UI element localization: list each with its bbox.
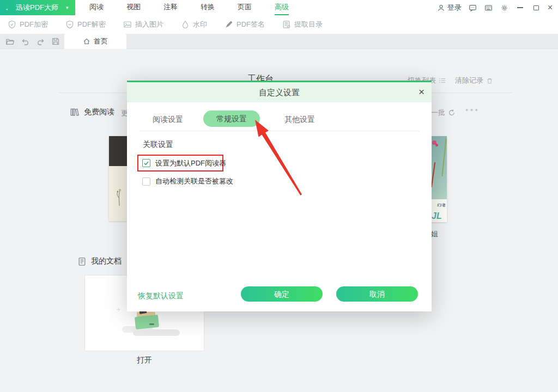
book-author: 幻/著: [437, 203, 446, 208]
clear-records-button[interactable]: 清除记录: [455, 76, 493, 85]
books-icon: [70, 107, 80, 117]
save-icon[interactable]: [51, 37, 60, 46]
option-label: 自动检测关联是否被篡改: [155, 176, 233, 186]
menu-item-convert[interactable]: 转换: [201, 0, 215, 15]
tool-label: PDF加密: [20, 20, 48, 29]
restore-defaults-link[interactable]: 恢复默认设置: [138, 291, 184, 301]
extract-toc-button[interactable]: 提取目录: [282, 20, 323, 29]
ribbon-illustration: [431, 162, 435, 187]
pdf-decrypt-button[interactable]: PDF解密: [65, 20, 106, 29]
menu-bar: 迅读PDF大师 ▾ 阅读 视图 注释 转换 页面 高级 登录: [0, 0, 558, 15]
folder-dash-illustration: [149, 323, 154, 325]
paper-plane-icon: [4, 4, 13, 12]
quick-actions: [5, 34, 60, 49]
my-documents-header: 我的文档: [77, 256, 122, 266]
list-icon: [439, 77, 446, 84]
shield-minus-icon: [65, 20, 74, 29]
droplet-icon: [181, 20, 190, 29]
tab-strip: 首页: [0, 34, 558, 49]
my-documents-title: 我的文档: [91, 256, 122, 266]
menu-item-view[interactable]: 视图: [126, 0, 141, 15]
plant-illustration: [114, 185, 124, 207]
tab-home[interactable]: 首页: [64, 34, 126, 49]
window-controls: 登录 ×: [437, 3, 558, 13]
maximize-button[interactable]: [532, 3, 541, 12]
checkbox-unchecked[interactable]: [142, 177, 150, 186]
book-cover-left-top: [109, 136, 127, 166]
trash-icon: [486, 77, 493, 84]
watermark-button[interactable]: 水印: [181, 20, 207, 29]
option-default-pdf-reader[interactable]: 设置为默认PDF阅读器: [137, 155, 223, 171]
minimize-icon: [517, 7, 523, 8]
document-icon: [77, 257, 87, 266]
tabs-divider: [139, 131, 420, 131]
login-button[interactable]: 登录: [437, 3, 462, 13]
check-icon: [143, 160, 149, 166]
user-icon: [437, 3, 446, 12]
open-folder-icon[interactable]: [5, 37, 15, 46]
menu-item-annotate[interactable]: 注释: [163, 0, 178, 15]
book-caption: 姐: [431, 229, 438, 239]
menu-item-advanced[interactable]: 高级: [275, 0, 289, 15]
main-menu: 阅读 视图 注释 转换 页面 高级: [89, 0, 289, 15]
window-close-button[interactable]: ×: [548, 4, 553, 11]
pdf-sign-button[interactable]: PDF签名: [225, 20, 265, 29]
pen-icon: [225, 20, 233, 29]
chevron-down-icon[interactable]: ▾: [66, 5, 69, 10]
pdf-encrypt-button[interactable]: PDF加密: [8, 20, 48, 29]
book-cover-right[interactable]: 幻/著 JL: [430, 136, 447, 222]
tool-label: PDF解密: [77, 20, 106, 29]
plus-decoration: +: [117, 306, 120, 314]
shield-check-icon: [8, 20, 16, 29]
minimize-button[interactable]: [516, 3, 525, 12]
toc-icon: [282, 20, 291, 29]
tab-reading-settings[interactable]: 阅读设置: [153, 115, 183, 125]
free-reading-header: 免费阅读: [70, 107, 114, 117]
app-logo[interactable]: 迅读PDF大师 ▾: [0, 0, 75, 15]
custom-settings-dialog: 自定义设置 × 阅读设置 常规设置 其他设置 关联设置 设置为默认PDF阅读器 …: [127, 81, 432, 311]
tab-general-settings[interactable]: 常规设置: [203, 111, 260, 127]
open-card-label: 打开: [84, 356, 204, 365]
folder-front-illustration: [135, 315, 159, 329]
book-logo-text: JL: [432, 211, 442, 221]
gear-icon[interactable]: [500, 3, 509, 12]
option-label: 设置为默认PDF阅读器: [155, 158, 226, 168]
tool-label: 提取目录: [294, 20, 323, 29]
app-title: 迅读PDF大师: [16, 3, 58, 13]
image-icon: [123, 20, 132, 29]
refresh-icon: [448, 109, 456, 117]
app-window: 迅读PDF大师 ▾ 阅读 视图 注释 转换 页面 高级 登录: [0, 0, 558, 392]
book-cover-band: 幻/著 JL: [430, 199, 447, 222]
advanced-toolbar: PDF加密 PDF解密 插入图片 水印 PDF签名 提取目录: [0, 15, 558, 34]
dialog-header: 自定义设置: [127, 82, 432, 102]
menu-item-read[interactable]: 阅读: [89, 0, 104, 15]
home-tab-label: 首页: [94, 36, 108, 46]
vine-illustration: [441, 138, 446, 176]
home-icon: [83, 38, 90, 45]
free-reading-title: 免费阅读: [84, 107, 114, 117]
maximize-icon: [533, 5, 539, 10]
checkbox-checked[interactable]: [142, 159, 150, 167]
login-label: 登录: [447, 3, 462, 13]
dialog-close-button[interactable]: ×: [418, 86, 424, 98]
clear-records-label: 清除记录: [455, 76, 483, 85]
book-cover-left[interactable]: [109, 136, 127, 221]
cancel-button[interactable]: 取消: [336, 286, 418, 302]
insert-image-button[interactable]: 插入图片: [123, 20, 163, 29]
option-detect-tamper[interactable]: 自动检测关联是否被篡改: [142, 176, 233, 186]
tool-label: 插入图片: [135, 20, 163, 29]
flower-illustration: [435, 144, 438, 146]
menu-item-page[interactable]: 页面: [238, 0, 252, 15]
dialog-title: 自定义设置: [127, 88, 432, 98]
tab-other-settings[interactable]: 其他设置: [284, 115, 315, 125]
confirm-button[interactable]: 确定: [241, 286, 323, 302]
ellipsis-menu[interactable]: •••: [465, 106, 480, 114]
folder-shadow: [133, 329, 180, 336]
tool-label: 水印: [193, 20, 207, 29]
association-settings-label: 关联设置: [143, 140, 173, 150]
tool-label: PDF签名: [236, 20, 265, 29]
message-icon[interactable]: [469, 3, 477, 12]
redo-icon[interactable]: [36, 37, 45, 46]
feedback-icon[interactable]: [484, 3, 493, 12]
undo-icon[interactable]: [21, 37, 30, 46]
